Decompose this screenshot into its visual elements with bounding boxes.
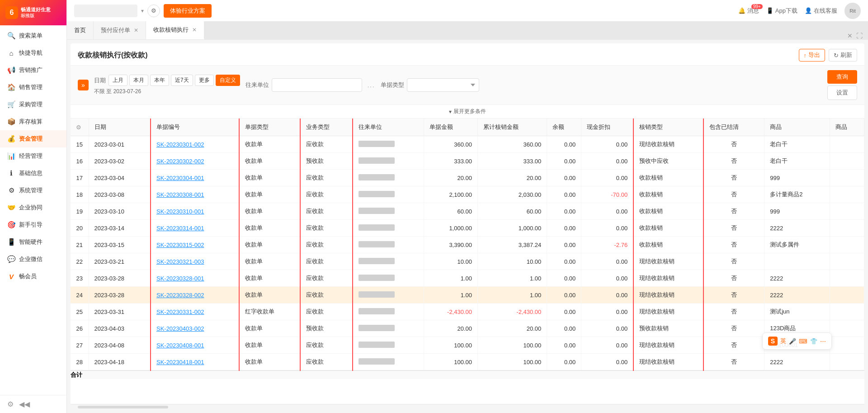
sidebar-item-search[interactable]: 🔍 搜索菜单 — [0, 27, 66, 44]
row-cumulative: 333.00 — [477, 153, 547, 170]
row-amount: 3,390.00 — [424, 237, 477, 253]
tab-collection[interactable]: 收款核销执行 ✕ — [146, 21, 204, 39]
query-button[interactable]: 查询 — [827, 70, 857, 84]
filter-settings-button[interactable]: 设置 — [827, 85, 857, 100]
row-amount: 100.00 — [424, 354, 477, 371]
page-content: 收款核销执行(按收款) ↑ 导出 ↻ 刷新 » 日期 上月 — [71, 43, 864, 409]
row-doc-no[interactable]: SK-20230304-001 — [151, 170, 239, 186]
row-product2 — [830, 153, 864, 170]
row-doc-no[interactable]: SK-20230310-001 — [151, 203, 239, 220]
row-cumulative: 100.00 — [477, 337, 547, 354]
refresh-button[interactable]: ↻ 刷新 — [829, 49, 857, 62]
online-service-link[interactable]: 👤 在线客服 — [805, 7, 837, 15]
sidebar-item-capital[interactable]: 💰 资金管理 — [0, 130, 66, 147]
row-doc-no[interactable]: SK-20230308-001 — [151, 186, 239, 203]
sidebar-item-member[interactable]: V 畅会员 — [0, 268, 66, 285]
row-partner — [353, 354, 424, 371]
filter-this-month-btn[interactable]: 本月 — [129, 75, 148, 86]
sidebar-item-hardware[interactable]: 📱 智能硬件 — [0, 233, 66, 251]
tab-prepay-close-icon[interactable]: ✕ — [134, 27, 138, 33]
tab-collection-close-icon[interactable]: ✕ — [192, 27, 197, 33]
row-biz-type: 预收款 — [300, 320, 353, 337]
filter-custom-btn[interactable]: 自定义 — [216, 75, 240, 86]
row-number: 18 — [71, 186, 89, 203]
row-doc-no[interactable]: SK-20230328-001 — [151, 270, 239, 287]
data-table: ⚙ 日期 单据编号 单据类型 业务类型 往来单位 单据金额 累计核销金额 余额 … — [71, 119, 864, 379]
row-amount: 360.00 — [424, 136, 477, 153]
sidebar-item-purchase[interactable]: 🛒 采购管理 — [0, 96, 66, 113]
capital-icon: 💰 — [7, 135, 15, 143]
filter-last-month-btn[interactable]: 上月 — [108, 75, 127, 86]
row-doc-no[interactable]: SK-20230321-003 — [151, 253, 239, 270]
sidebar-item-marketing[interactable]: 📢 营销推广 — [0, 62, 66, 79]
collapse-icon[interactable]: ◀◀ — [19, 400, 30, 408]
sidebar-item-label: 经营管理 — [19, 152, 42, 160]
dropdown-arrow-icon: ▾ — [141, 8, 144, 14]
filter-7days-btn[interactable]: 近7天 — [171, 75, 193, 86]
sidebar-item-wechat[interactable]: 💬 企业微信 — [0, 251, 66, 268]
row-discount: 0.00 — [581, 287, 633, 304]
sales-icon: 🏠 — [7, 83, 15, 91]
row-doc-type: 收款单 — [239, 337, 300, 354]
row-balance: 0.00 — [547, 287, 581, 304]
sidebar-item-guide[interactable]: 🎯 新手引导 — [0, 216, 66, 233]
horizontal-scrollbar[interactable] — [71, 404, 864, 409]
row-doc-type: 收款单 — [239, 253, 300, 270]
row-biz-type: 应收款 — [300, 287, 353, 304]
tab-close-action-icon[interactable]: ✕ — [847, 32, 853, 39]
expand-more-button[interactable]: ▾ 展开更多条件 — [449, 108, 486, 115]
row-doc-no[interactable]: SK-20230418-001 — [151, 354, 239, 371]
notification-bell[interactable]: 🔔 消息 99+ — [738, 7, 759, 15]
row-doc-no[interactable]: SK-20230302-002 — [151, 153, 239, 170]
row-doc-no[interactable]: SK-20230331-002 — [151, 304, 239, 320]
sidebar-item-basic[interactable]: ℹ 基础信息 — [0, 165, 66, 182]
user-avatar[interactable]: Rit — [844, 3, 861, 19]
doctype-filter-select[interactable] — [407, 78, 479, 92]
tab-home[interactable]: 首页 — [67, 21, 94, 39]
col-settings[interactable]: ⚙ — [71, 119, 89, 136]
row-doc-no[interactable]: SK-20230314-001 — [151, 220, 239, 237]
tab-expand-icon[interactable]: ⛶ — [856, 32, 863, 39]
filter-more-btn[interactable]: 更多 — [195, 75, 214, 86]
row-amount: 333.00 — [424, 153, 477, 170]
row-doc-no[interactable]: SK-20230408-001 — [151, 337, 239, 354]
sidebar-item-sales[interactable]: 🏠 销售管理 — [0, 79, 66, 96]
sidebar-item-quicknav[interactable]: ⌂ 快捷导航 — [0, 44, 66, 62]
partner-filter-label: 往来单位 — [245, 81, 269, 89]
sidebar-item-enterprise[interactable]: 🤝 企业协同 — [0, 199, 66, 216]
export-button[interactable]: ↑ 导出 — [799, 49, 826, 62]
row-doc-no[interactable]: SK-20230315-002 — [151, 237, 239, 253]
row-number: 17 — [71, 170, 89, 186]
scrollbar-thumb[interactable] — [78, 406, 168, 408]
row-doc-no[interactable]: SK-20230301-002 — [151, 136, 239, 153]
industry-solution-button[interactable]: 体验行业方案 — [164, 4, 212, 18]
row-biz-type: 应收款 — [300, 186, 353, 203]
row-product: 2222 — [764, 220, 830, 237]
settings-icon[interactable]: ⚙ — [147, 5, 160, 17]
row-include-settled: 否 — [703, 220, 764, 237]
partner-filter-input[interactable] — [272, 78, 362, 92]
row-balance: 0.00 — [547, 203, 581, 220]
row-biz-type: 应收款 — [300, 270, 353, 287]
sidebar-item-system[interactable]: ⚙ 系统管理 — [0, 182, 66, 199]
keyboard-icon: ⌨ — [799, 338, 807, 345]
tab-prepay[interactable]: 预付应付单 ✕ — [94, 21, 146, 39]
row-doc-no[interactable]: SK-20230403-002 — [151, 320, 239, 337]
app-download-link[interactable]: 📱 App下载 — [766, 7, 797, 15]
row-doc-no[interactable]: SK-20230328-002 — [151, 287, 239, 304]
sidebar-item-label: 采购管理 — [19, 100, 42, 109]
table-row: 262023-04-03SK-20230403-002收款单预收款20.0020… — [71, 320, 864, 337]
basic-icon: ℹ — [7, 169, 15, 177]
tabbar: 首页 预付应付单 ✕ 收款核销执行 ✕ ✕ ⛶ — [67, 22, 868, 40]
sidebar-item-operations[interactable]: 📊 经营管理 — [0, 147, 66, 165]
sidebar-item-inventory[interactable]: 📦 库存核算 — [0, 113, 66, 130]
table-settings-icon[interactable]: ⚙ — [76, 124, 81, 131]
row-partner — [353, 203, 424, 220]
table-row: 222023-03-21SK-20230321-003收款单应收款10.0010… — [71, 253, 864, 270]
col-discount: 现金折扣 — [581, 119, 633, 136]
topbar-left: ▾ ⚙ 体验行业方案 — [74, 4, 733, 18]
filter-this-year-btn[interactable]: 本年 — [150, 75, 169, 86]
sidebar-item-label: 搜索菜单 — [19, 32, 42, 40]
settings-footer-icon[interactable]: ⚙ — [7, 400, 14, 408]
filter-expand-button[interactable]: » — [78, 80, 89, 90]
